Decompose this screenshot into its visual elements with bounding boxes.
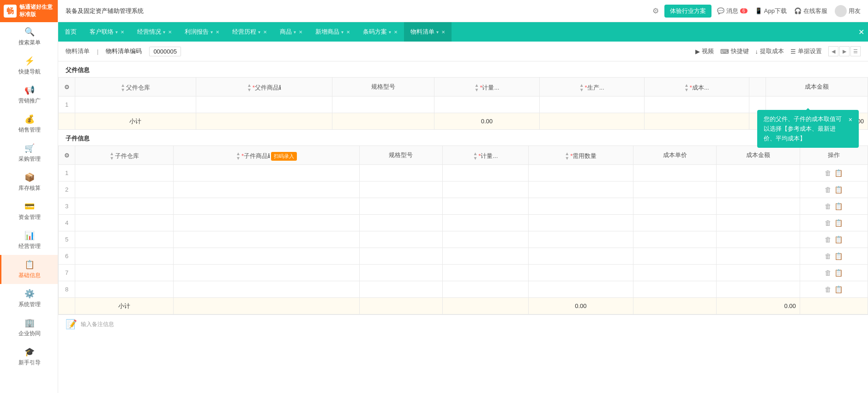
sidebar-item-system[interactable]: ⚙️系统管理: [0, 284, 58, 313]
prev-btn[interactable]: ◀: [828, 46, 838, 56]
nav-tab-经营情况[interactable]: 经营情况 ▾ ✕: [131, 22, 178, 42]
message-icon: 💬: [717, 7, 724, 14]
nav-tab-经营历程[interactable]: 经营历程 ▾ ✕: [226, 22, 273, 42]
nav-tab-首页[interactable]: 首页: [58, 22, 83, 42]
sidebar-item-guide[interactable]: 🎓新手引导: [0, 342, 58, 371]
tooltip-close-btn[interactable]: ×: [849, 115, 852, 125]
child-row-1: 1 🗑 📋: [59, 165, 868, 181]
delete-icon[interactable]: 🗑: [825, 269, 832, 277]
app-download-item[interactable]: 📱 App下载: [755, 7, 787, 15]
header-right: 💬 消息 6 📱 App下载 🎧 在线客服 用友: [717, 5, 861, 17]
copy-icon[interactable]: 📋: [834, 219, 843, 227]
note-icon: 📝: [66, 319, 77, 330]
child-col-action: 操作: [800, 146, 868, 165]
sidebar-item-sales[interactable]: 💰销售管理: [0, 109, 58, 139]
tab-close-icon[interactable]: ✕: [441, 30, 445, 35]
child-col-qty: ▲▼ *计量...: [443, 146, 528, 165]
delete-icon[interactable]: 🗑: [825, 202, 832, 211]
copy-icon[interactable]: 📋: [834, 186, 843, 194]
user-item[interactable]: 用友: [835, 5, 861, 17]
parent-subtotal-row: 小计 0.00 0.00: [59, 113, 868, 130]
row-actions: 🗑 📋: [800, 181, 868, 198]
copy-icon[interactable]: 📋: [834, 252, 843, 260]
settings-col-icon[interactable]: ⚙: [64, 84, 70, 91]
extract-cost-action[interactable]: ↓ 提取成本: [755, 47, 784, 55]
purchase-icon: 🛒: [24, 143, 35, 153]
tab-close-icon[interactable]: ✕: [263, 30, 267, 35]
sidebar-logo: 畅 畅通诸好生意 标准版: [0, 0, 58, 22]
guide-icon: 🎓: [24, 347, 35, 357]
next-btn[interactable]: ▶: [839, 46, 850, 56]
sales-icon: 💰: [24, 114, 35, 124]
tab-close-icon[interactable]: ✕: [216, 30, 219, 35]
child-col-spec: 规格型号: [359, 146, 442, 165]
sidebar-item-search[interactable]: 🔍搜索菜单: [0, 22, 58, 51]
delete-icon[interactable]: 🗑: [825, 169, 832, 177]
tab-close-icon[interactable]: ✕: [299, 30, 302, 35]
child-row-7: 7 🗑 📋: [59, 265, 868, 281]
sidebar-item-marketing[interactable]: 📢营销推广: [0, 80, 58, 109]
gear-icon[interactable]: ⚙: [652, 6, 659, 15]
top-header: 装备及固定资产辅助管理系统 ⚙ 体验行业方案 💬 消息 6 📱 App下载 🎧 …: [58, 0, 868, 22]
shortcut-action[interactable]: ⌨ 快捷键: [720, 47, 749, 55]
delete-icon[interactable]: 🗑: [825, 219, 832, 227]
sidebar-item-finance[interactable]: 💳资金管理: [0, 197, 58, 226]
logo-icon: 畅: [4, 5, 17, 18]
delete-icon[interactable]: 🗑: [825, 186, 832, 194]
nav-tab-客户联络[interactable]: 客户联络 ▾ ✕: [83, 22, 131, 42]
nav-tab-商品[interactable]: 商品 ▾ ✕: [273, 22, 309, 42]
child-settings-col: ⚙: [59, 146, 75, 165]
enterprise-icon: 🏢: [24, 318, 35, 328]
operation-icon: 📊: [24, 230, 35, 241]
nav-tab-条码方案[interactable]: 条码方案 ▾ ✕: [356, 22, 404, 42]
copy-icon[interactable]: 📋: [834, 285, 843, 294]
tab-close-icon[interactable]: ✕: [168, 30, 172, 35]
search-icon: 🔍: [24, 27, 35, 37]
parent-table: ⚙ ▲▼ 父件仓库 ▲▼ *父件商: [58, 77, 868, 130]
sidebar-item-operation[interactable]: 📊经营管理: [0, 226, 58, 255]
extract-icon: ↓: [755, 48, 759, 55]
page-wrapper: 物料清单 | 物料清单编码 0000005 ▶ 视频 ⌨ 快捷键 ↓ 提取成本: [58, 42, 868, 393]
copy-icon[interactable]: 📋: [834, 269, 843, 277]
sidebar-item-basic[interactable]: 📋基础信息: [0, 255, 58, 284]
close-tab-icon[interactable]: ✕: [855, 28, 868, 36]
copy-icon[interactable]: 📋: [834, 202, 843, 211]
sidebar-item-purchase[interactable]: 🛒采购管理: [0, 139, 58, 168]
nav-tab-新增商品[interactable]: 新增商品 ▾ ✕: [309, 22, 356, 42]
sidebar-item-enterprise[interactable]: 🏢企业协同: [0, 313, 58, 342]
nav-tab-利润报告[interactable]: 利润报告 ▾ ✕: [178, 22, 226, 42]
tab-close-icon[interactable]: ✕: [121, 30, 124, 35]
system-title: 装备及固定资产辅助管理系统: [66, 7, 647, 15]
row-actions: 🗑 📋: [800, 215, 868, 231]
basic-icon: 📋: [24, 260, 35, 270]
message-item[interactable]: 💬 消息 6: [717, 7, 747, 15]
page-header-right: ▶ 视频 ⌨ 快捷键 ↓ 提取成本 ☰ 单据设置: [695, 46, 861, 56]
main-area: 装备及固定资产辅助管理系统 ⚙ 体验行业方案 💬 消息 6 📱 App下载 🎧 …: [58, 0, 868, 393]
parent-col-spacer: [749, 78, 766, 97]
sidebar-item-inventory[interactable]: 📦库存核算: [0, 168, 58, 197]
single-settings-action[interactable]: ☰ 单据设置: [790, 47, 822, 55]
logo-text: 畅通诸好生意 标准版: [19, 4, 53, 18]
copy-icon[interactable]: 📋: [834, 169, 843, 177]
child-row-4: 4 🗑 📋: [59, 215, 868, 231]
inventory-icon: 📦: [24, 172, 35, 182]
sidebar-item-quicknav[interactable]: ⚡快捷导航: [0, 51, 58, 80]
row-actions: 🗑 📋: [800, 248, 868, 265]
copy-icon[interactable]: 📋: [834, 236, 843, 244]
breadcrumb-1[interactable]: 物料清单: [66, 47, 90, 55]
tab-close-icon[interactable]: ✕: [346, 30, 350, 35]
trial-button[interactable]: 体验行业方案: [664, 5, 711, 18]
delete-icon[interactable]: 🗑: [825, 236, 832, 244]
menu-btn[interactable]: ☰: [850, 46, 861, 56]
row-actions: 🗑 📋: [800, 231, 868, 248]
delete-icon[interactable]: 🗑: [825, 285, 832, 294]
scan-badge[interactable]: 扫码录入: [271, 152, 297, 161]
delete-icon[interactable]: 🗑: [825, 252, 832, 260]
parent-col-qty: ▲▼ *计量...: [434, 78, 539, 97]
view-action[interactable]: ▶ 视频: [695, 47, 714, 55]
child-col-cost-amount: 成本金额: [717, 146, 800, 165]
nav-tab-物料清单[interactable]: 物料清单 ▾ ✕: [404, 22, 452, 42]
online-service-item[interactable]: 🎧 在线客服: [794, 7, 827, 15]
tab-close-icon[interactable]: ✕: [394, 30, 398, 35]
child-settings-icon[interactable]: ⚙: [64, 152, 70, 159]
